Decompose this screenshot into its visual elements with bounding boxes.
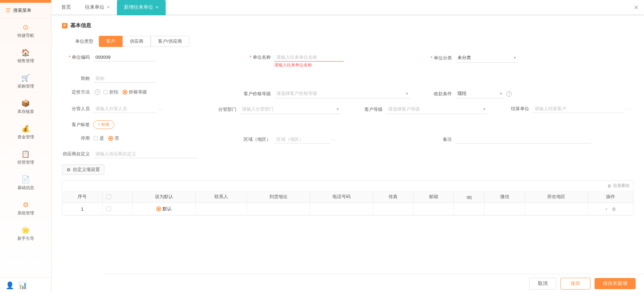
tab-new-partner[interactable]: 新增往来单位 ✕ [117,0,166,15]
settlement-label: 结算单位 [501,106,529,112]
save-new-button[interactable]: 保存并新增 [595,278,636,289]
row-check[interactable] [102,203,133,215]
row-checkbox[interactable] [106,206,111,211]
manager-input[interactable] [93,105,156,113]
unit-cat-select[interactable]: 未分类 ▾ [455,53,518,63]
discount-radio-circle [103,90,108,95]
supplier-custom-input[interactable] [93,150,198,158]
cancel-button[interactable]: 取消 [529,278,556,290]
select-all-checkbox[interactable] [106,194,111,199]
row-add-icon[interactable]: + [605,206,608,212]
row-address[interactable] [247,203,310,215]
region-dots[interactable]: ··· [330,137,339,142]
form-row-code-name-cat: 单位编码 单位名称 请输入往来单位名称 单位分类 未分类 ▾ [62,53,634,68]
cust-level-label: 客户等级 [355,106,383,113]
stats-icon[interactable]: 📊 [18,281,27,290]
field-settlement-unit: 结算单位 ··· [501,105,634,113]
cust-level-placeholder: 请选择客户等级 [388,106,482,112]
type-btn-both[interactable]: 客户/供应商 [151,36,189,47]
batch-delete-button[interactable]: 🗑 批量删除 [607,183,630,189]
tab-home[interactable]: 首页 [54,0,78,15]
sidebar-item-label-sales: 销售管理 [17,58,34,64]
sidebar-item-newbie[interactable]: 🌟 新手引导 [0,221,51,246]
section-title-text: 基本信息 [70,22,91,29]
disabled-no[interactable]: 否 [108,135,119,141]
dept-select[interactable]: 请输入分管部门 ▾ [240,105,341,114]
field-unit-category: 单位分类 未分类 ▾ [424,53,591,63]
inventory-icon: 📦 [21,99,30,107]
cust-level-select[interactable]: 请选择客户等级 ▾ [386,105,487,114]
sidebar-item-basic[interactable]: 📄 基础信息 [0,170,51,196]
region-input[interactable] [274,135,330,144]
field-unit-name: 单位名称 请输入往来单位名称 [243,53,410,68]
sidebar-item-finance[interactable]: 💰 资金管理 [0,120,51,145]
save-button[interactable]: 保存 [560,278,590,290]
tab-partners[interactable]: 往来单位 ✕ [78,0,117,15]
tab-new-partner-close[interactable]: ✕ [155,5,159,10]
settlement-dots[interactable]: ··· [625,106,634,112]
field-customer-price-level: 客户价格等级 请选择客户价格等级 ▾ [243,89,410,98]
payment-terms-value: 现结 [457,90,498,97]
unit-code-input[interactable] [93,53,156,62]
trash-icon: 🗑 [607,184,612,188]
field-remarks: 备注 [424,135,591,144]
cust-price-level-select[interactable]: 请选择客户价格等级 ▾ [274,89,410,98]
sidebar-item-label-quick-nav: 快捷导航 [17,33,34,39]
row-wechat[interactable] [485,203,525,215]
add-tag-button[interactable]: + 标签 [93,120,114,129]
settlement-input[interactable] [533,105,625,113]
tabbar: 首页 往来单位 ✕ 新增往来单位 ✕ ✕ [52,0,644,15]
col-index: 序号 [62,191,102,203]
pricing-help-icon[interactable]: ? [95,89,100,95]
contact-table: 序号 设为默认 联系人 到货地址 电话号码 传真 邮箱 qq 微信 所在地区 操… [62,191,633,215]
tab-partners-close[interactable]: ✕ [107,5,110,10]
disabled-yes[interactable]: 是 [93,135,104,141]
remarks-input[interactable] [455,135,591,144]
main-area: 首页 往来单位 ✕ 新增往来单位 ✕ ✕ F 基本信息 单位类型 客户 供应商 … [52,0,644,293]
unit-type-label: 单位类型 [62,38,93,44]
row-email[interactable] [413,203,454,215]
sidebar-item-label-inventory: 库存核算 [17,109,34,115]
col-qq: qq [454,191,485,203]
type-btn-supplier[interactable]: 供应商 [123,36,151,47]
payment-terms-select[interactable]: 现结 ▾ [455,89,504,98]
sidebar-bottom: 👤 📊 [0,277,51,293]
row-region[interactable] [525,203,588,215]
custom-settings-button[interactable]: ⚙ 自定义项设置 [62,164,104,175]
sidebar-item-label-basic: 基础信息 [17,185,34,191]
unit-type-row: 单位类型 客户 供应商 客户/供应商 [62,36,634,47]
sidebar-item-inventory[interactable]: 📦 库存核算 [0,94,51,120]
sidebar-item-sales[interactable]: 🏠 销售管理 [0,43,51,69]
row-default-radio[interactable] [156,206,161,211]
row-delete-icon[interactable]: 🗑 [612,206,616,212]
sidebar-item-system[interactable]: ⚙ 系统管理 [0,196,51,221]
row-default: 默认 [133,203,196,215]
sidebar-search[interactable]: ☰ 搜索菜单 [0,3,51,18]
user-icon[interactable]: 👤 [6,281,14,290]
row-fax[interactable] [373,203,413,215]
sidebar-item-purchase[interactable]: 🛒 采购管理 [0,69,51,94]
custom-settings-icon: ⚙ [66,167,71,172]
field-pricing-method: 定价方法 ? 折扣 价格等级 [62,89,229,95]
disabled-label: 停用 [62,135,90,141]
type-btn-customer[interactable]: 客户 [99,36,123,47]
short-name-input[interactable] [93,74,156,83]
pricing-radio-price-level[interactable]: 价格等级 [123,89,147,95]
field-payment-terms: 收款条件 现结 ▾ ? [424,89,591,98]
sidebar-item-label-system: 系统管理 [17,210,34,216]
pricing-radio-discount[interactable]: 折扣 [103,89,118,95]
field-supplier-custom: 供应商自定义 [62,150,620,158]
cust-price-level-label: 客户价格等级 [243,91,271,97]
short-name-label: 简称 [62,75,90,82]
row-phone[interactable] [310,203,373,215]
row-contact[interactable] [195,203,247,215]
manager-dots[interactable]: ··· [156,106,165,112]
payment-terms-help-icon[interactable]: ? [506,91,512,97]
sidebar-item-operation[interactable]: 📋 经营管理 [0,145,51,170]
cust-price-level-placeholder: 请选择客户价格等级 [276,90,405,97]
unit-name-input[interactable] [274,53,344,62]
row-qq[interactable] [454,203,485,215]
payment-terms-arrow: ▾ [500,91,502,96]
tabbar-close-button[interactable]: ✕ [631,4,641,11]
sidebar-item-quick-nav[interactable]: ⊙ 快捷导航 [0,18,51,43]
